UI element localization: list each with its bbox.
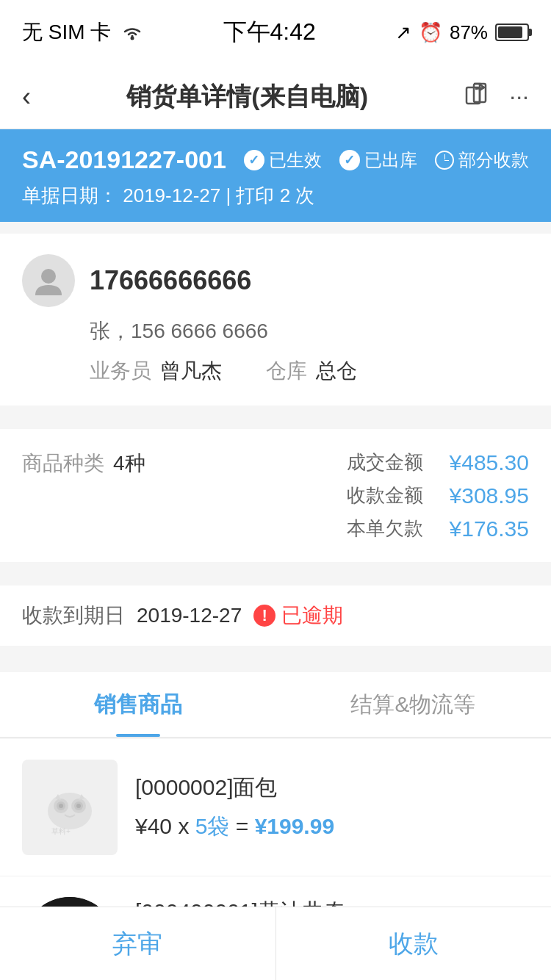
header-row1: SA-20191227-001 ✓ 已生效 ✓ 已出库 部分收款	[22, 145, 529, 174]
status-time: 下午4:42	[223, 16, 316, 48]
divider-3	[0, 646, 551, 657]
cancel-review-button[interactable]: 弃审	[0, 907, 276, 980]
nav-bar: ‹ 销货单详情(来自电脑) ···	[0, 65, 551, 129]
debt-amount-row: 本单欠款 ¥176.35	[335, 516, 529, 541]
tab-sales-label: 销售商品	[94, 690, 182, 720]
status-indicators: ↗ ⏰ 87%	[395, 21, 529, 44]
due-date-section: 收款到期日 2019-12-27 ! 已逾期	[0, 586, 551, 646]
summary-right: 成交金额 ¥485.30 收款金额 ¥308.95 本单欠款 ¥176.35	[335, 450, 529, 541]
tabs-row: 销售商品 结算&物流等	[0, 672, 551, 737]
status-effective: ✓ 已生效	[244, 148, 322, 172]
product-price-1: ¥40 x 5袋 = ¥199.99	[135, 812, 529, 842]
share-button[interactable]	[464, 82, 489, 112]
product-name-1: [0000002]面包	[135, 773, 529, 803]
customer-avatar	[22, 254, 75, 307]
wifi-icon	[121, 24, 143, 40]
page-title: 销货单详情(来自电脑)	[126, 80, 368, 114]
check-shipped-icon: ✓	[339, 150, 360, 170]
tab-active-underline	[116, 734, 160, 737]
product-info-1: [0000002]面包 ¥40 x 5袋 = ¥199.99	[135, 760, 529, 855]
product-thumb-1: 草料+	[22, 760, 118, 855]
svg-point-10	[76, 804, 81, 808]
divider-2	[0, 562, 551, 574]
overdue-text: 已逾期	[281, 602, 343, 630]
collection-amount-row: 收款金额 ¥308.95	[335, 483, 529, 508]
customer-name: 张，156 6666 6666	[22, 317, 529, 345]
customer-section: 17666666666 张，156 6666 6666 业务员 曾凡杰 仓库 总…	[0, 234, 551, 406]
customer-id: 17666666666	[90, 265, 251, 296]
status-shipped: ✓ 已出库	[339, 148, 417, 172]
svg-point-9	[59, 804, 63, 808]
nav-actions: ···	[464, 82, 529, 112]
alarm-icon: ⏰	[419, 21, 442, 44]
status-bar: 无 SIM 卡 下午4:42 ↗ ⏰ 87%	[0, 0, 551, 65]
more-button[interactable]: ···	[509, 83, 529, 110]
tab-settlement-label: 结算&物流等	[350, 690, 475, 720]
trading-amount-row: 成交金额 ¥485.30	[335, 450, 529, 475]
summary-section: 商品种类 4种 成交金额 ¥485.30 收款金额 ¥308.95 本单欠款 ¥…	[0, 429, 551, 562]
clock-icon	[435, 151, 454, 170]
bottom-bar: 弃审 收款	[0, 907, 551, 980]
summary-left: 商品种类 4种	[22, 450, 145, 478]
customer-row: 17666666666	[22, 254, 529, 307]
divider-1	[0, 406, 551, 417]
collect-button[interactable]: 收款	[276, 907, 552, 980]
check-effective-icon: ✓	[244, 150, 264, 170]
sales-meta: 业务员 曾凡杰	[90, 357, 222, 385]
svg-text:草料+: 草料+	[51, 827, 71, 835]
battery-icon	[495, 24, 529, 41]
tabs-section: 销售商品 结算&物流等	[0, 672, 551, 738]
overdue-icon: !	[253, 605, 276, 627]
header-card: SA-20191227-001 ✓ 已生效 ✓ 已出库 部分收款 单据日期： 2…	[0, 129, 551, 222]
status-carrier: 无 SIM 卡	[22, 18, 143, 46]
back-button[interactable]: ‹	[22, 82, 31, 112]
svg-point-4	[48, 793, 92, 829]
product-type-row: 商品种类 4种	[22, 450, 145, 478]
svg-point-0	[131, 37, 134, 40]
product-thumb-owl-icon: 草料+	[40, 778, 99, 837]
svg-point-3	[41, 269, 56, 284]
tab-sales-products[interactable]: 销售商品	[0, 672, 276, 737]
warehouse-meta: 仓库 总仓	[266, 357, 357, 385]
status-payment: 部分收款	[435, 148, 529, 172]
order-id: SA-20191227-001	[22, 145, 226, 174]
header-date-row: 单据日期： 2019-12-27 | 打印 2 次	[22, 183, 529, 209]
overdue-badge: ! 已逾期	[253, 602, 343, 630]
tab-settlement[interactable]: 结算&物流等	[276, 672, 551, 737]
product-item: 草料+ [0000002]面包 ¥40 x 5袋 = ¥199.99	[0, 739, 551, 876]
avatar-icon	[31, 263, 66, 298]
customer-meta: 业务员 曾凡杰 仓库 总仓	[22, 357, 529, 385]
location-icon: ↗	[395, 21, 411, 44]
battery-pct: 87%	[450, 21, 488, 44]
